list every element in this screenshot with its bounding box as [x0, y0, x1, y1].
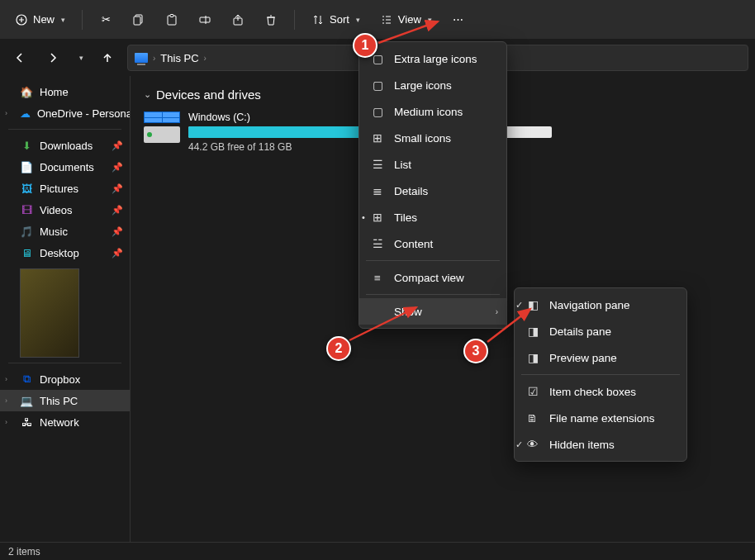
menu-item-large-icons[interactable]: ▢Large icons	[359, 72, 506, 98]
back-button[interactable]	[7, 45, 33, 71]
sidebar-item-network[interactable]: ›🖧Network	[0, 411, 130, 433]
cut-button[interactable]: ✂	[91, 8, 121, 31]
pc-icon: 💻	[20, 394, 33, 407]
chevron-down-icon: ▾	[356, 16, 360, 24]
annotation-badge-3: 3	[463, 339, 488, 363]
menu-item-extensions[interactable]: 🗎File name extensions	[515, 405, 686, 431]
chevron-down-icon: ▾	[61, 16, 65, 24]
folder-thumbnail[interactable]	[20, 268, 79, 358]
large-icons-icon: ▢	[371, 78, 384, 92]
check-icon: ✓	[513, 439, 525, 450]
menu-item-medium-icons[interactable]: ▢Medium icons	[359, 98, 506, 125]
menu-item-compact-view[interactable]: ≡Compact view	[359, 264, 506, 291]
menu-label: Preview pane	[549, 352, 617, 364]
menu-label: Small icons	[394, 132, 451, 145]
menu-item-show[interactable]: Show›	[359, 298, 506, 325]
menu-label: Navigation pane	[549, 299, 630, 311]
menu-item-hidden-items[interactable]: ✓👁Hidden items	[515, 431, 686, 458]
network-icon: 🖧	[20, 415, 33, 429]
chevron-down-icon: ▾	[428, 16, 432, 24]
pin-icon: 📌	[112, 205, 123, 216]
sidebar-label: Videos	[40, 204, 73, 216]
menu-label: Show	[394, 306, 422, 318]
up-button[interactable]	[94, 45, 121, 71]
details-pane-icon: ◨	[526, 325, 539, 338]
rename-button[interactable]	[190, 8, 220, 31]
sidebar-item-thispc[interactable]: ›💻This PC	[0, 390, 130, 411]
sidebar-item-documents[interactable]: 📄Documents📌	[0, 156, 130, 178]
sidebar-label: This PC	[40, 395, 78, 407]
svg-rect-2	[134, 17, 140, 25]
menu-item-details-pane[interactable]: ◨Details pane	[515, 318, 686, 344]
pc-icon	[135, 53, 148, 63]
copy-button[interactable]	[124, 8, 154, 31]
cut-icon: ✂	[99, 13, 112, 26]
pin-icon: 📌	[112, 183, 123, 194]
chevron-right-icon: ›	[204, 54, 207, 63]
sidebar-item-videos[interactable]: 🎞Videos📌	[0, 199, 130, 221]
sidebar-label: Pictures	[40, 183, 78, 195]
file-icon: 🗎	[526, 411, 539, 425]
view-button[interactable]: View ▾	[372, 8, 440, 31]
separator	[521, 374, 680, 375]
menu-item-tiles[interactable]: •⊞Tiles	[359, 204, 506, 230]
menu-label: Medium icons	[394, 106, 463, 118]
sidebar-item-onedrive[interactable]: › ☁ OneDrive - Persona	[0, 102, 130, 124]
sidebar-item-desktop[interactable]: 🖥Desktop📌	[0, 242, 130, 263]
medium-icons-icon: ▢	[371, 105, 384, 118]
menu-label: Details	[394, 185, 428, 197]
content-icon: ☱	[371, 237, 384, 250]
toolbar: New ▾ ✂ Sort ▾ View ▾ ⋯	[0, 0, 755, 40]
separator	[8, 363, 121, 363]
cloud-icon: ☁	[20, 107, 31, 120]
sidebar-item-music[interactable]: 🎵Music📌	[0, 221, 130, 242]
new-button[interactable]: New ▾	[7, 8, 74, 31]
sidebar-item-home[interactable]: 🏠 Home	[0, 81, 130, 102]
menu-item-preview-pane[interactable]: ◨Preview pane	[515, 344, 686, 371]
pin-icon: 📌	[112, 140, 123, 151]
bullet-icon: •	[358, 212, 369, 222]
show-submenu: ✓◧Navigation pane ◨Details pane ◨Preview…	[514, 287, 687, 462]
forward-button[interactable]	[40, 45, 66, 71]
sidebar-label: Desktop	[40, 247, 79, 259]
menu-item-small-icons[interactable]: ⊞Small icons	[359, 125, 506, 151]
chevron-right-icon: ›	[5, 109, 7, 117]
menu-item-extra-large-icons[interactable]: ▢Extra large icons	[359, 45, 506, 72]
menu-item-navigation-pane[interactable]: ✓◧Navigation pane	[515, 292, 686, 318]
details-icon: ≣	[371, 184, 384, 197]
group-title: Devices and drives	[156, 88, 261, 102]
chevron-down-icon: ⌄	[144, 89, 151, 100]
chevron-right-icon: ›	[496, 307, 498, 316]
pin-icon: 📌	[112, 162, 123, 173]
status-bar: 2 items	[0, 542, 755, 560]
menu-label: Details pane	[549, 325, 611, 338]
menu-label: List	[394, 159, 411, 171]
sidebar-label: Documents	[40, 161, 94, 173]
sidebar-label: Home	[40, 86, 69, 98]
menu-item-details[interactable]: ≣Details	[359, 178, 506, 204]
paste-icon	[165, 13, 178, 26]
plus-icon	[15, 13, 28, 26]
recent-dropdown[interactable]: ▾	[73, 45, 88, 71]
menu-item-list[interactable]: ☰List	[359, 151, 506, 178]
sidebar-item-pictures[interactable]: 🖼Pictures📌	[0, 178, 130, 199]
sidebar-item-dropbox[interactable]: ›⧉Dropbox	[0, 368, 130, 390]
document-icon: 📄	[20, 160, 33, 173]
more-button[interactable]: ⋯	[444, 8, 473, 31]
paste-button[interactable]	[157, 8, 187, 31]
share-icon	[231, 13, 245, 26]
music-icon: 🎵	[20, 225, 33, 238]
small-icons-icon: ⊞	[371, 131, 384, 145]
menu-item-content[interactable]: ☱Content	[359, 230, 506, 257]
chevron-right-icon: ›	[5, 396, 7, 405]
share-button[interactable]	[223, 8, 253, 31]
separator	[8, 129, 121, 130]
eye-icon: 👁	[526, 438, 539, 451]
breadcrumb-location[interactable]: This PC	[160, 52, 198, 64]
sidebar-item-downloads[interactable]: ⬇Downloads📌	[0, 135, 130, 156]
sort-button[interactable]: Sort ▾	[303, 8, 368, 31]
check-icon: ✓	[513, 300, 525, 311]
menu-item-checkboxes[interactable]: ☑Item check boxes	[515, 378, 686, 405]
delete-button[interactable]	[256, 8, 286, 31]
copy-icon	[132, 13, 145, 26]
